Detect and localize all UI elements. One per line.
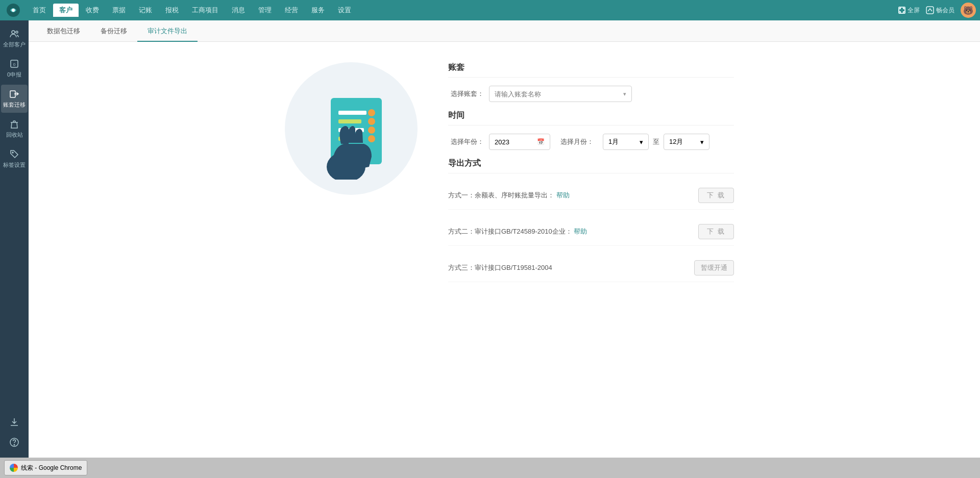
sidebar-label-all-customers: 全部客户 <box>3 41 26 48</box>
avatar[interactable]: 🐻 <box>961 3 976 18</box>
sidebar-item-download[interactable] <box>1 413 28 431</box>
export-method-1-row: 方式一：余额表、序时账批量导出： 帮助 下 载 <box>448 182 734 210</box>
nav-message[interactable]: 消息 <box>226 4 251 17</box>
nav-fee[interactable]: 收费 <box>80 4 105 17</box>
svg-point-17 <box>368 109 375 116</box>
member-button[interactable]: 畅会员 <box>926 6 954 15</box>
chevron-down-icon-month-from: ▾ <box>640 138 643 146</box>
month-from-value: 1月 <box>608 137 619 146</box>
month-from-select[interactable]: 1月 ▾ <box>603 134 649 150</box>
app-logo <box>4 1 22 19</box>
month-label: 选择月份： <box>560 137 594 146</box>
method2-help-link[interactable]: 帮助 <box>574 228 587 235</box>
nav-settings[interactable]: 设置 <box>332 4 357 17</box>
tabs-bar: 数据包迁移 备份迁移 审计文件导出 <box>29 20 980 42</box>
method1-help-link[interactable]: 帮助 <box>556 191 570 199</box>
chrome-icon <box>10 464 18 472</box>
time-row: 选择年份： 2023 📅 选择月份： 1月 ▾ 至 12月 <box>448 134 734 150</box>
year-label: 选择年份： <box>448 137 484 146</box>
account-select[interactable]: ▾ <box>489 86 632 102</box>
sidebar-bottom <box>1 413 28 458</box>
year-value: 2023 <box>495 138 509 146</box>
main-layout: 全部客户 0 0申报 账套迁移 回收站 <box>0 20 980 458</box>
taskbar: 线索 - Google Chrome <box>0 458 980 478</box>
svg-rect-3 <box>926 7 934 14</box>
nav-customer[interactable]: 客户 <box>53 4 79 17</box>
chevron-down-icon: ▾ <box>623 91 626 97</box>
svg-point-4 <box>12 31 15 34</box>
svg-point-9 <box>12 152 13 153</box>
svg-rect-2 <box>899 7 905 13</box>
svg-text:0: 0 <box>13 62 16 67</box>
svg-point-1 <box>12 9 15 12</box>
content-area: 数据包迁移 备份迁移 审计文件导出 <box>29 20 980 458</box>
month-to-select[interactable]: 12月 ▾ <box>664 134 709 150</box>
svg-point-20 <box>368 135 375 142</box>
taskbar-chrome-item[interactable]: 线索 - Google Chrome <box>4 460 87 475</box>
nav-operation[interactable]: 经营 <box>279 4 304 17</box>
sidebar-item-tag-settings[interactable]: 标签设置 <box>1 145 28 173</box>
svg-point-11 <box>14 444 14 445</box>
export-method-3-row: 方式三：审计接口GB/T19581-2004 暂缓开通 <box>448 254 734 282</box>
audit-illustration <box>305 78 397 180</box>
svg-point-5 <box>16 31 18 33</box>
to-label: 至 <box>653 137 659 146</box>
svg-rect-14 <box>338 119 361 123</box>
sidebar-label-account-migrate: 账套迁移 <box>3 101 26 109</box>
illustration-area <box>275 62 428 195</box>
sidebar-item-account-migrate[interactable]: 账套迁移 <box>1 85 28 113</box>
account-section-title: 账套 <box>448 62 734 78</box>
illustration-circle <box>285 62 418 195</box>
nav-bookkeeping[interactable]: 记账 <box>133 4 158 17</box>
left-sidebar: 全部客户 0 0申报 账套迁移 回收站 <box>0 20 29 458</box>
nav-right: 全屏 畅会员 🐻 <box>898 3 976 18</box>
main-content: 账套 选择账套： ▾ 时间 选择年份： 2023 📅 <box>29 42 980 458</box>
nav-business[interactable]: 工商项目 <box>186 4 225 17</box>
export-section-title: 导出方式 <box>448 158 734 173</box>
chevron-down-icon-month-to: ▾ <box>700 138 704 146</box>
tab-audit-export[interactable]: 审计文件导出 <box>137 20 198 42</box>
top-navigation: 首页 客户 收费 票据 记账 报税 工商项目 消息 管理 经营 服务 设置 全屏… <box>0 0 980 20</box>
sidebar-label-zero-report: 0申报 <box>7 71 21 79</box>
export-method-2-label: 方式二：审计接口GB/T24589-2010企业： 帮助 <box>448 227 587 236</box>
time-section-title: 时间 <box>448 110 734 125</box>
calendar-icon: 📅 <box>537 138 545 145</box>
nav-invoice[interactable]: 票据 <box>106 4 132 17</box>
account-input[interactable] <box>495 90 623 98</box>
method1-download-button[interactable]: 下 载 <box>698 188 734 203</box>
svg-point-19 <box>368 127 375 134</box>
fullscreen-button[interactable]: 全屏 <box>898 6 920 15</box>
sidebar-item-recycle[interactable]: 回收站 <box>1 115 28 143</box>
sidebar-label-tag-settings: 标签设置 <box>3 161 26 169</box>
nav-items: 首页 客户 收费 票据 记账 报税 工商项目 消息 管理 经营 服务 设置 <box>27 4 898 17</box>
sidebar-label-recycle: 回收站 <box>6 131 23 139</box>
method2-download-button[interactable]: 下 载 <box>698 224 734 239</box>
tab-backup-migration[interactable]: 备份迁移 <box>90 20 137 42</box>
sidebar-item-help[interactable] <box>1 433 28 451</box>
nav-tax[interactable]: 报税 <box>159 4 185 17</box>
nav-manage[interactable]: 管理 <box>252 4 278 17</box>
month-to-value: 12月 <box>669 137 683 146</box>
sidebar-item-zero-report[interactable]: 0 0申报 <box>1 55 28 83</box>
export-method-1-label: 方式一：余额表、序时账批量导出： 帮助 <box>448 191 570 200</box>
svg-point-18 <box>368 118 375 125</box>
account-label: 选择账套： <box>448 89 484 98</box>
account-row: 选择账套： ▾ <box>448 86 734 102</box>
export-method-3-label: 方式三：审计接口GB/T19581-2004 <box>448 263 552 272</box>
time-controls: 2023 📅 选择月份： 1月 ▾ 至 12月 ▾ <box>489 134 709 150</box>
taskbar-chrome-label: 线索 - Google Chrome <box>21 464 82 472</box>
nav-home[interactable]: 首页 <box>27 4 52 17</box>
nav-service[interactable]: 服务 <box>305 4 331 17</box>
export-method-2-row: 方式二：审计接口GB/T24589-2010企业： 帮助 下 载 <box>448 218 734 246</box>
form-area: 账套 选择账套： ▾ 时间 选择年份： 2023 📅 <box>428 62 734 290</box>
svg-rect-13 <box>338 111 366 115</box>
tab-data-migration[interactable]: 数据包迁移 <box>37 20 90 42</box>
sidebar-item-all-customers[interactable]: 全部客户 <box>1 24 28 53</box>
year-input[interactable]: 2023 📅 <box>489 134 550 150</box>
method3-coming-soon-button[interactable]: 暂缓开通 <box>694 260 734 275</box>
